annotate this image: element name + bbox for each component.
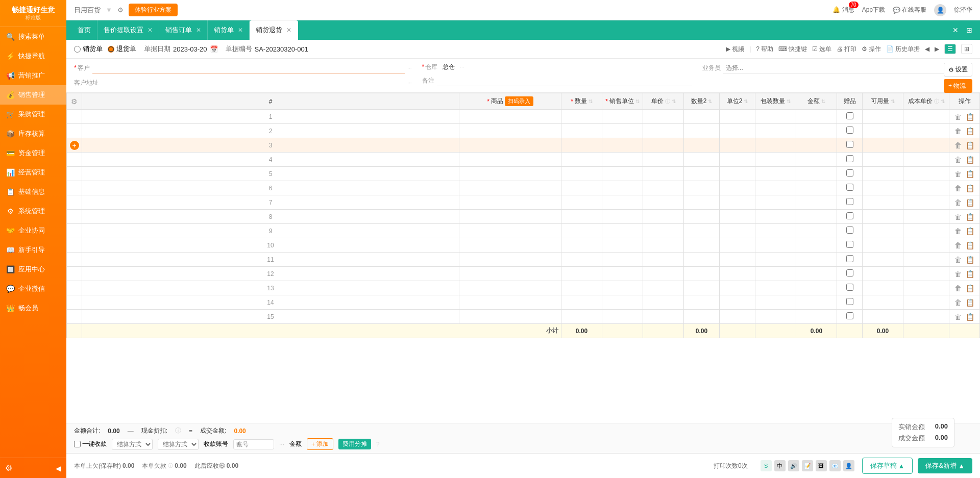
remark-input[interactable] [437, 76, 692, 86]
row-qty-cell[interactable] [561, 253, 602, 267]
row-pkg-cell[interactable] [755, 238, 796, 253]
row-product-cell[interactable] [459, 181, 561, 195]
gift-checkbox[interactable] [846, 155, 853, 162]
price-sort-icon[interactable]: ⇅ [672, 98, 676, 104]
row-gift-cell[interactable] [837, 153, 863, 167]
row-gift-cell[interactable] [837, 138, 863, 153]
view-toggle-grid[interactable]: ⊞ [961, 44, 972, 54]
row-pkg-cell[interactable] [755, 138, 796, 153]
delete-row-icon[interactable]: 🗑 [954, 127, 962, 135]
row-qty2-cell[interactable] [684, 253, 720, 267]
delete-row-icon[interactable]: 🗑 [954, 270, 962, 278]
row-product-cell[interactable] [459, 281, 561, 295]
row-unit2-cell[interactable] [720, 224, 755, 238]
row-qty2-cell[interactable] [684, 153, 720, 167]
split-btn[interactable]: 费用分摊 [338, 439, 371, 449]
row-qty2-cell[interactable] [684, 181, 720, 195]
sidebar-item-finance[interactable]: 💳 资金管理 [0, 143, 66, 163]
copy-row-icon[interactable]: 📋 [966, 141, 974, 149]
row-qty-cell[interactable] [561, 295, 602, 310]
row-gift-cell[interactable] [837, 195, 863, 210]
tab-sales-delivery-close[interactable]: ✕ [238, 27, 243, 34]
view-toggle-list[interactable]: ☰ [944, 44, 956, 54]
tab-sales-return[interactable]: 销货退货 ✕ [250, 20, 298, 40]
row-cost-cell[interactable] [903, 253, 949, 267]
row-unit-cell[interactable] [602, 224, 643, 238]
tab-sales-order-close[interactable]: ✕ [196, 27, 201, 34]
row-cost-cell[interactable] [903, 295, 949, 310]
row-unit2-cell[interactable] [720, 181, 755, 195]
row-qty-cell[interactable] [561, 210, 602, 224]
gift-checkbox[interactable] [846, 141, 853, 148]
row-pkg-cell[interactable] [755, 310, 796, 324]
row-price-cell[interactable] [643, 281, 684, 295]
row-qty-cell[interactable] [561, 195, 602, 210]
copy-row-icon[interactable]: 📋 [966, 313, 974, 321]
row-price-cell[interactable] [643, 181, 684, 195]
tab-sales-delivery[interactable]: 销货单 ✕ [208, 20, 250, 40]
gift-checkbox[interactable] [846, 184, 853, 191]
scan-btn[interactable]: 扫码录入 [505, 96, 533, 106]
customer-more-btn[interactable]: ··· [407, 65, 411, 71]
row-price-cell[interactable] [643, 124, 684, 138]
account-more-btn[interactable]: ··· [279, 441, 284, 448]
sidebar-item-basic-info[interactable]: 📋 基础信息 [0, 182, 66, 202]
row-amount-cell[interactable] [796, 153, 837, 167]
row-gift-cell[interactable] [837, 253, 863, 267]
row-price-cell[interactable] [643, 138, 684, 153]
online-service-link[interactable]: 💬 在线客服 [893, 6, 926, 14]
row-pkg-cell[interactable] [755, 267, 796, 281]
row-amount-cell[interactable] [796, 167, 837, 181]
row-pkg-cell[interactable] [755, 153, 796, 167]
qty-sort-icon[interactable]: ⇅ [589, 98, 593, 104]
row-unit-cell[interactable] [602, 153, 643, 167]
row-unit2-cell[interactable] [720, 110, 755, 124]
one-click-checkbox-input[interactable] [74, 441, 81, 447]
copy-row-icon[interactable]: 📋 [966, 256, 974, 264]
row-cost-cell[interactable] [903, 267, 949, 281]
row-product-cell[interactable] [459, 124, 561, 138]
copy-row-icon[interactable]: 📋 [966, 184, 974, 192]
row-gift-cell[interactable] [837, 267, 863, 281]
address-more-btn[interactable]: ··· [407, 80, 411, 86]
row-qty2-cell[interactable] [684, 195, 720, 210]
row-pkg-cell[interactable] [755, 181, 796, 195]
row-product-cell[interactable] [459, 110, 561, 124]
bill-type-return-radio[interactable] [108, 46, 114, 53]
tab-close-all-btn[interactable]: ✕ [950, 25, 961, 35]
row-cost-cell[interactable] [903, 181, 949, 195]
row-pkg-cell[interactable] [755, 281, 796, 295]
row-pkg-cell[interactable] [755, 195, 796, 210]
sidebar-item-quick-nav[interactable]: ⚡ 快捷导航 [0, 46, 66, 66]
row-price-cell[interactable] [643, 310, 684, 324]
row-unit2-cell[interactable] [720, 210, 755, 224]
row-gift-cell[interactable] [837, 124, 863, 138]
row-avail-cell[interactable] [863, 224, 903, 238]
delete-row-icon[interactable]: 🗑 [954, 298, 962, 307]
row-product-cell[interactable] [459, 267, 561, 281]
row-pkg-cell[interactable] [755, 253, 796, 267]
row-unit2-cell[interactable] [720, 167, 755, 181]
settlement-method-select[interactable]: 结算方式 [112, 439, 153, 450]
unit-sort-icon[interactable]: ⇅ [635, 98, 640, 104]
row-gift-cell[interactable] [837, 238, 863, 253]
bottom-icon-2[interactable]: 中 [774, 460, 786, 471]
row-product-cell[interactable] [459, 153, 561, 167]
tab-home[interactable]: 首页 [71, 20, 97, 40]
operate-btn[interactable]: ⚙ 操作 [862, 45, 881, 54]
row-price-cell[interactable] [643, 253, 684, 267]
row-unit2-cell[interactable] [720, 238, 755, 253]
row-gift-cell[interactable] [837, 167, 863, 181]
customer-input[interactable] [92, 63, 405, 73]
username[interactable]: 徐泽华 [954, 6, 972, 14]
tab-sales-order[interactable]: 销售订单 ✕ [159, 20, 208, 40]
row-product-cell[interactable] [459, 253, 561, 267]
select-btn[interactable]: ☑ 选单 [812, 45, 831, 54]
next-history-btn[interactable]: ▶ [935, 45, 939, 53]
delete-row-icon[interactable]: 🗑 [954, 256, 962, 264]
copy-row-icon[interactable]: 📋 [966, 113, 974, 121]
bill-type-return[interactable]: 退货单 [108, 44, 136, 54]
row-qty-cell[interactable] [561, 281, 602, 295]
pkg-sort-icon[interactable]: ⇅ [787, 98, 791, 104]
row-price-cell[interactable] [643, 224, 684, 238]
